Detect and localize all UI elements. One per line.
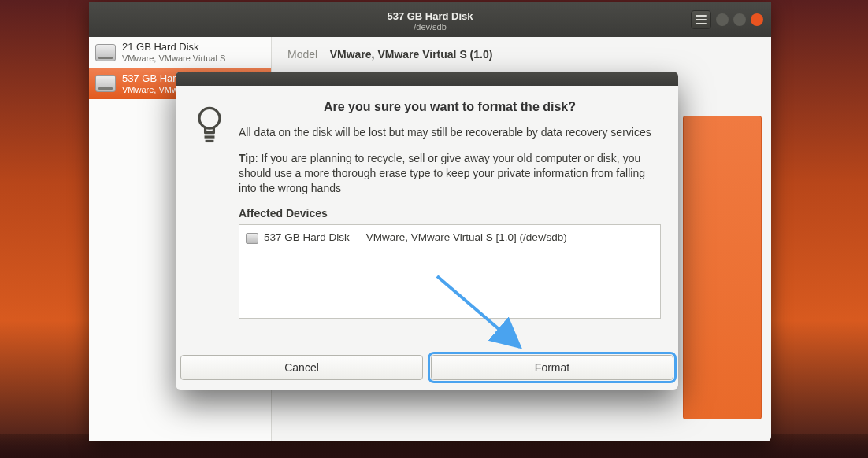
svg-point-0: [199, 108, 220, 128]
format-confirm-dialog: Are you sure you want to format the disk…: [176, 72, 678, 390]
sidebar-item-detail: VMware, VMwa: [122, 85, 183, 95]
window-titlebar: 537 GB Hard Disk /dev/sdb: [89, 2, 771, 37]
dialog-tip-text: : If you are planning to recycle, sell o…: [239, 152, 645, 194]
model-value: VMware, VMware Virtual S (1.0): [330, 48, 493, 61]
affected-device-text: 537 GB Hard Disk — VMware, VMware Virtua…: [264, 231, 567, 243]
tip-icon: [185, 100, 234, 319]
affected-devices-list: 537 GB Hard Disk — VMware, VMware Virtua…: [239, 224, 661, 319]
model-row: Model VMware, VMware Virtual S (1.0): [287, 48, 755, 61]
sidebar-item-disk-0[interactable]: 21 GB Hard Disk VMware, VMware Virtual S: [89, 37, 271, 68]
window-close-button[interactable]: [751, 13, 763, 26]
harddisk-icon: [246, 233, 258, 244]
dialog-body-1: All data on the disk will be lost but ma…: [239, 125, 661, 140]
harddisk-icon: [95, 75, 116, 92]
window-minimize-button[interactable]: [716, 13, 729, 26]
sidebar-item-label: 537 GB Hard: [122, 73, 183, 85]
volume-block[interactable]: [683, 116, 762, 419]
window-title: 537 GB Hard Disk: [89, 10, 771, 23]
window-subtitle: /dev/sdb: [89, 22, 771, 32]
sidebar-item-label: 21 GB Hard Disk: [122, 42, 225, 54]
window-maximize-button[interactable]: [733, 13, 746, 26]
dialog-body-2: Tip: If you are planning to recycle, sel…: [239, 151, 661, 196]
format-button[interactable]: Format: [431, 355, 673, 380]
harddisk-icon: [95, 44, 116, 61]
sidebar-item-detail: VMware, VMware Virtual S: [122, 54, 225, 64]
affected-devices-label: Affected Devices: [239, 207, 661, 220]
hamburger-menu-button[interactable]: [691, 10, 711, 29]
dialog-title: Are you sure you want to format the disk…: [239, 100, 661, 114]
model-label: Model: [287, 48, 317, 61]
cancel-button[interactable]: Cancel: [180, 355, 423, 380]
dialog-titlebar[interactable]: [176, 72, 678, 86]
tip-label: Tip: [239, 152, 255, 164]
